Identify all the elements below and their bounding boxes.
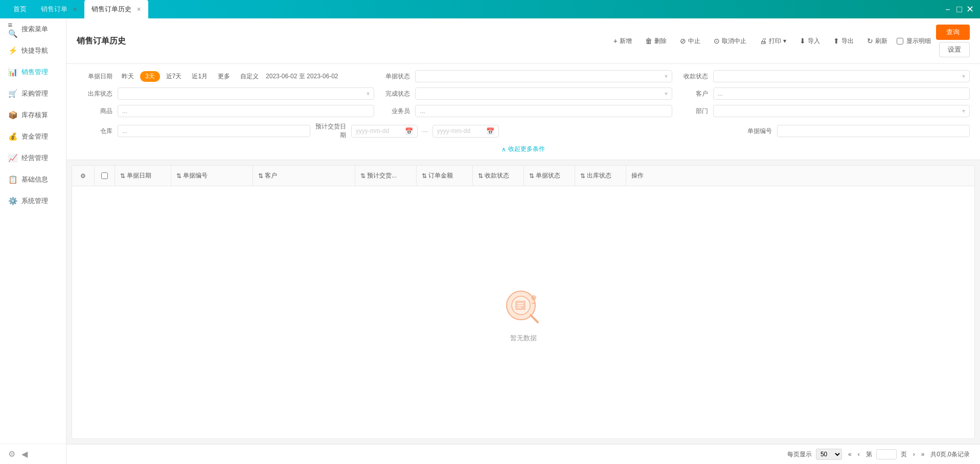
- date-tab-7days[interactable]: 近7天: [162, 71, 186, 82]
- product-dots: ...: [122, 107, 127, 115]
- salesperson-dots: ...: [420, 107, 425, 115]
- th-op-label: 操作: [631, 171, 644, 180]
- doc-status-col: ▾: [415, 70, 672, 82]
- sidebar-item-sys-mgmt[interactable]: ⚙️ 系统管理: [0, 190, 66, 212]
- th-docstatus-label: 单据状态: [536, 171, 560, 180]
- tab-sales-order-history-label: 销售订单历史: [92, 5, 131, 14]
- search-menu-icon: ≡🔍: [8, 25, 17, 34]
- th-docno[interactable]: ⇅ 单据编号: [171, 166, 253, 186]
- date-tab-1month[interactable]: 近1月: [188, 71, 212, 82]
- payment-status-label: 收款状态: [672, 72, 713, 81]
- complete-status-select[interactable]: ▾: [415, 87, 672, 100]
- filter-area: 单据日期 昨天 3天 近7天 近1月 更多 自定义 2023-06-02 至 2…: [66, 64, 980, 160]
- product-label: 商品: [77, 107, 118, 116]
- collapse-link[interactable]: ∧ 收起更多条件: [77, 145, 970, 153]
- sidebar-item-sales-mgmt[interactable]: 📊 销售管理: [0, 61, 66, 83]
- product-select[interactable]: ...: [118, 105, 374, 117]
- sales-mgmt-icon: 📊: [8, 68, 17, 77]
- sort-docno-icon: ⇅: [176, 172, 181, 180]
- out-status-select[interactable]: ▾: [118, 87, 374, 100]
- date-tab-custom[interactable]: 自定义: [236, 71, 263, 82]
- basic-info-icon: 📋: [8, 175, 17, 184]
- sidebar-item-quick-nav[interactable]: ⚡ 快捷导航: [0, 40, 66, 61]
- salesperson-label: 业务员: [374, 107, 415, 116]
- date-tab-3days[interactable]: 3天: [140, 71, 160, 82]
- th-settings[interactable]: ⚙: [72, 166, 95, 186]
- filter-row-date: 单据日期 昨天 3天 近7天 近1月 更多 自定义 2023-06-02 至 2…: [77, 70, 970, 82]
- customer-col: ...: [713, 87, 970, 100]
- sidebar-item-basic-info[interactable]: 📋 基础信息: [0, 169, 66, 190]
- new-icon: +: [613, 37, 618, 45]
- select-all-checkbox[interactable]: [101, 172, 108, 179]
- print-button[interactable]: 🖨 打印 ▾: [756, 35, 790, 48]
- export-button[interactable]: ⬆ 导出: [829, 35, 858, 48]
- th-customer[interactable]: ⇅ 客户: [253, 166, 355, 186]
- close-sales-order-tab[interactable]: ✕: [73, 6, 77, 13]
- sidebar-item-search-menu[interactable]: ≡🔍 搜索菜单: [0, 18, 66, 40]
- sidebar-item-inventory-check[interactable]: 📦 库存核算: [0, 104, 66, 126]
- show-detail-checkbox-label: 显示明细: [897, 37, 931, 46]
- sidebar-item-finance-mgmt[interactable]: 💰 资金管理: [0, 126, 66, 147]
- new-button[interactable]: + 新增: [609, 35, 636, 48]
- maximize-icon[interactable]: □: [956, 4, 962, 15]
- refresh-button[interactable]: ↻ 刷新: [863, 35, 892, 48]
- date-tab-today[interactable]: 昨天: [118, 71, 138, 82]
- last-page-btn[interactable]: »: [919, 450, 927, 459]
- department-select[interactable]: ▾: [713, 105, 970, 117]
- product-col: ...: [118, 105, 374, 117]
- sidebar-collapse-icon[interactable]: ◀: [21, 449, 28, 459]
- page-size-select[interactable]: 50 10 20 100: [816, 449, 842, 460]
- first-page-btn[interactable]: «: [846, 450, 854, 459]
- th-date[interactable]: ⇅ 单据日期: [115, 166, 171, 186]
- tab-home-label: 首页: [13, 5, 27, 14]
- sidebar-settings-icon[interactable]: ⚙: [8, 449, 15, 459]
- th-checkbox[interactable]: [95, 166, 115, 186]
- show-detail-checkbox[interactable]: [897, 38, 903, 45]
- delivery-date-start-input[interactable]: yyyy-mm-dd 📅: [351, 125, 418, 138]
- th-delivery[interactable]: ⇅ 预计交货...: [355, 166, 417, 186]
- finance-mgmt-icon: 💰: [8, 132, 17, 141]
- tab-sales-order[interactable]: 销售订单 ✕: [34, 0, 84, 18]
- th-amount[interactable]: ⇅ 订单金额: [417, 166, 473, 186]
- date-tab-more[interactable]: 更多: [214, 71, 234, 82]
- delete-button[interactable]: 🗑 删除: [641, 35, 671, 48]
- payment-status-select[interactable]: ▾: [713, 70, 970, 82]
- warehouse-select[interactable]: ...: [118, 125, 310, 137]
- th-amount-label: 订单金额: [428, 171, 453, 180]
- prev-page-btn[interactable]: ‹: [856, 450, 862, 459]
- cancel-stop-icon: ⊙: [714, 37, 720, 45]
- search-button[interactable]: 查询: [936, 25, 970, 40]
- doc-status-select[interactable]: ▾: [415, 70, 672, 82]
- empty-illustration: [493, 282, 554, 334]
- th-date-label: 单据日期: [127, 171, 151, 180]
- minimize-icon[interactable]: －: [943, 3, 952, 15]
- settings-icon: ⚙: [80, 172, 86, 180]
- close-sales-order-history-tab[interactable]: ✕: [136, 6, 141, 13]
- cancel-stop-button[interactable]: ⊙ 取消中止: [710, 35, 750, 48]
- import-button[interactable]: ⬇ 导入: [795, 35, 824, 48]
- delivery-date-end-input[interactable]: yyyy-mm-dd 📅: [432, 125, 499, 138]
- tab-home[interactable]: 首页: [6, 0, 34, 18]
- stop-button[interactable]: ⊘ 中止: [676, 35, 704, 48]
- th-payment-status[interactable]: ⇅ 收款状态: [473, 166, 524, 186]
- page-size-label: 每页显示: [787, 450, 812, 459]
- th-doc-status[interactable]: ⇅ 单据状态: [524, 166, 575, 186]
- set-button[interactable]: 设置: [939, 42, 970, 57]
- salesperson-select[interactable]: ...: [415, 105, 672, 117]
- department-label: 部门: [672, 107, 713, 116]
- sidebar-item-operation-mgmt-label: 经营管理: [21, 153, 48, 163]
- doc-no-input[interactable]: [777, 125, 970, 137]
- customer-select[interactable]: ...: [713, 87, 970, 100]
- tab-sales-order-history[interactable]: 销售订单历史 ✕: [84, 0, 148, 18]
- sidebar-item-purchase-mgmt[interactable]: 🛒 采购管理: [0, 83, 66, 104]
- th-out-status[interactable]: ⇅ 出库状态: [575, 166, 626, 186]
- stop-label: 中止: [688, 37, 700, 46]
- date-range-display: 2023-06-02 至 2023-06-02: [266, 72, 338, 81]
- close-icon[interactable]: ✕: [966, 4, 974, 15]
- empty-text: 暂无数据: [510, 334, 537, 343]
- delivery-date-end-value: yyyy-mm-dd: [437, 127, 470, 135]
- next-page-btn[interactable]: ›: [911, 450, 917, 459]
- current-page-input[interactable]: 1: [876, 449, 897, 459]
- warehouse-dots: ...: [122, 127, 127, 135]
- sidebar-item-operation-mgmt[interactable]: 📈 经营管理: [0, 147, 66, 169]
